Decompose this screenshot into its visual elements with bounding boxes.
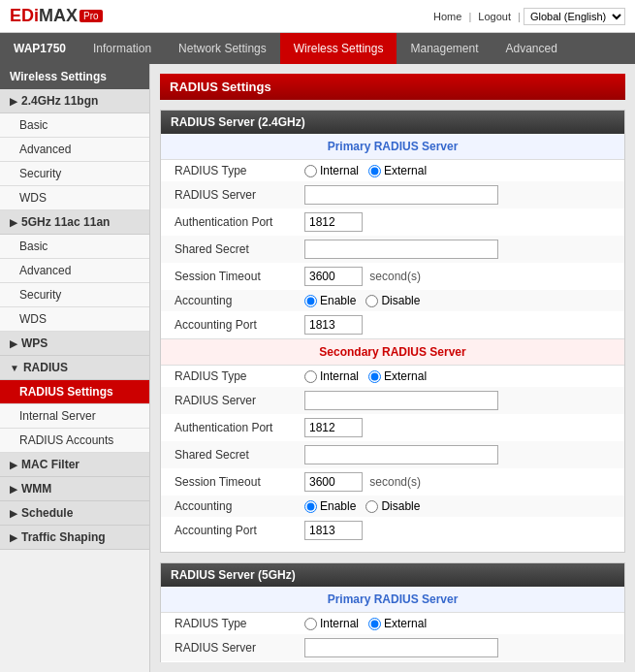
sidebar: Wireless Settings ▶ 2.4GHz 11bgn Basic A… [0, 64, 150, 672]
s-auth-port-input-24[interactable] [304, 418, 363, 437]
radio-internal-5[interactable]: Internal [304, 617, 359, 630]
s-radius-type-label: RADIUS Type [161, 366, 297, 387]
sidebar-item-internal-server[interactable]: Internal Server [0, 404, 149, 429]
sidebar-group-wps[interactable]: ▶ WPS [0, 332, 149, 356]
sidebar-item-5-basic[interactable]: Basic [0, 235, 149, 259]
radio-enable-24[interactable]: Enable [304, 294, 356, 307]
sidebar-item-24-basic[interactable]: Basic [0, 113, 149, 138]
radio-external-5-input[interactable] [368, 618, 381, 630]
nav-network-settings[interactable]: Network Settings [165, 33, 280, 64]
sidebar-group-24ghz[interactable]: ▶ 2.4GHz 11bgn [0, 89, 149, 113]
radius-server-label-5: RADIUS Server [161, 634, 297, 661]
sidebar-item-5-wds[interactable]: WDS [0, 307, 149, 332]
sidebar-group-traffic-label: Traffic Shaping [21, 530, 106, 544]
s-radio-internal-24[interactable]: Internal [304, 369, 359, 383]
radius-section-24ghz-title: RADIUS Server (2.4GHz) [161, 111, 624, 134]
s-radio-external-24[interactable]: External [368, 369, 427, 383]
nav-management[interactable]: Management [397, 33, 492, 64]
logo-pro: Pro [79, 10, 103, 22]
sidebar-item-24-advanced[interactable]: Advanced [0, 138, 149, 162]
radio-internal-5-input[interactable] [304, 618, 317, 630]
auth-port-input-24[interactable] [304, 212, 363, 232]
radio-internal-24[interactable]: Internal [304, 164, 359, 177]
arrow-icon-wps: ▶ [10, 338, 17, 349]
s-radio-external-24-input[interactable] [368, 370, 381, 383]
sidebar-item-radius-settings[interactable]: RADIUS Settings [0, 380, 149, 404]
language-select[interactable]: Global (English) [524, 8, 625, 25]
sidebar-group-mac[interactable]: ▶ MAC Filter [0, 453, 149, 477]
primary-radius-title-24: Primary RADIUS Server [161, 134, 624, 160]
session-timeout-input-24[interactable] [304, 267, 363, 286]
arrow-icon-schedule: ▶ [10, 508, 17, 519]
accounting-port-input-24[interactable] [304, 315, 363, 335]
s-radio-disable-24[interactable]: Disable [365, 499, 420, 513]
page-title: RADIUS Settings [160, 74, 625, 100]
arrow-icon-mac: ▶ [10, 460, 17, 470]
radio-external-24[interactable]: External [368, 164, 427, 177]
primary-form-5: RADIUS Type Internal External RADIUS Ser… [161, 613, 624, 662]
s-auth-port-label: Authentication Port [161, 414, 297, 441]
s-radio-disable-24-input[interactable] [365, 500, 378, 513]
secondary-radius-title-24: Secondary RADIUS Server [161, 338, 624, 366]
radius-server-label: RADIUS Server [161, 181, 297, 208]
content-area: RADIUS Settings RADIUS Server (2.4GHz) P… [150, 64, 635, 672]
logo-edimax: EDiMAX [10, 6, 78, 26]
sidebar-group-schedule[interactable]: ▶ Schedule [0, 501, 149, 526]
sidebar-item-24-wds[interactable]: WDS [0, 186, 149, 210]
nav-information[interactable]: Information [79, 33, 165, 64]
sidebar-item-24-security[interactable]: Security [0, 162, 149, 186]
s-session-timeout-input-24[interactable] [304, 472, 363, 492]
logout-link[interactable]: Logout [478, 11, 511, 22]
sidebar-group-wmm[interactable]: ▶ WMM [0, 477, 149, 501]
sidebar-group-radius-label: RADIUS [23, 361, 68, 374]
sidebar-item-5-advanced[interactable]: Advanced [0, 259, 149, 283]
sidebar-title: Wireless Settings [0, 64, 149, 89]
s-accounting-label: Accounting [161, 496, 297, 517]
home-link[interactable]: Home [433, 11, 461, 22]
radius-type-radio-5: Internal External [304, 617, 617, 630]
sidebar-group-radius[interactable]: ▼ RADIUS [0, 356, 149, 380]
arrow-icon-5g: ▶ [10, 217, 17, 228]
s-accounting-radio-24: Enable Disable [304, 499, 617, 513]
sidebar-item-5-security[interactable]: Security [0, 283, 149, 307]
radio-internal-24-input[interactable] [304, 165, 317, 177]
s-radio-enable-24-input[interactable] [304, 500, 317, 513]
shared-secret-input-24[interactable] [304, 240, 498, 259]
seconds-label-24: second(s) [369, 270, 421, 283]
scroll-container[interactable]: RADIUS Server (2.4GHz) Primary RADIUS Se… [160, 110, 625, 662]
radius-section-5ghz: RADIUS Server (5GHz) Primary RADIUS Serv… [160, 562, 625, 662]
s-radius-type-radio-24: Internal External [304, 369, 617, 383]
s-shared-secret-label: Shared Secret [161, 441, 297, 468]
arrow-icon-traffic: ▶ [10, 532, 17, 543]
nav-wireless-settings[interactable]: Wireless Settings [280, 33, 397, 64]
s-accounting-port-input-24[interactable] [304, 521, 363, 540]
top-bar: EDiMAX Pro Home | Logout | Global (Engli… [0, 0, 635, 33]
auth-port-label-5: Authentication Port [161, 661, 297, 662]
radio-enable-24-input[interactable] [304, 295, 317, 307]
sidebar-group-traffic[interactable]: ▶ Traffic Shaping [0, 526, 149, 550]
s-radio-enable-24[interactable]: Enable [304, 499, 356, 513]
radio-external-5[interactable]: External [368, 617, 427, 630]
radius-type-radio-24: Internal External [304, 164, 617, 177]
arrow-icon-wmm: ▶ [10, 484, 17, 495]
s-radio-internal-24-input[interactable] [304, 370, 317, 383]
s-radius-server-input-24[interactable] [304, 391, 498, 410]
radius-server-input-5[interactable] [304, 638, 498, 657]
s-shared-secret-input-24[interactable] [304, 445, 498, 464]
secondary-form-24: RADIUS Type Internal External RADIUS Ser… [161, 366, 624, 544]
auth-port-label: Authentication Port [161, 208, 297, 236]
sidebar-group-5ghz[interactable]: ▶ 5GHz 11ac 11an [0, 210, 149, 235]
radius-section-5ghz-title: RADIUS Server (5GHz) [161, 563, 624, 587]
accounting-port-label: Accounting Port [161, 311, 297, 338]
sidebar-group-wmm-label: WMM [21, 482, 51, 496]
sidebar-group-schedule-label: Schedule [21, 506, 73, 520]
radio-disable-24-input[interactable] [365, 295, 378, 307]
logo: EDiMAX Pro [10, 6, 103, 26]
radio-external-24-input[interactable] [368, 165, 381, 177]
radius-server-input-24[interactable] [304, 185, 498, 205]
primary-radius-title-5: Primary RADIUS Server [161, 587, 624, 613]
sidebar-item-radius-accounts[interactable]: RADIUS Accounts [0, 429, 149, 453]
nav-advanced[interactable]: Advanced [492, 33, 571, 64]
radius-type-label-5: RADIUS Type [161, 613, 297, 634]
radio-disable-24[interactable]: Disable [365, 294, 420, 307]
